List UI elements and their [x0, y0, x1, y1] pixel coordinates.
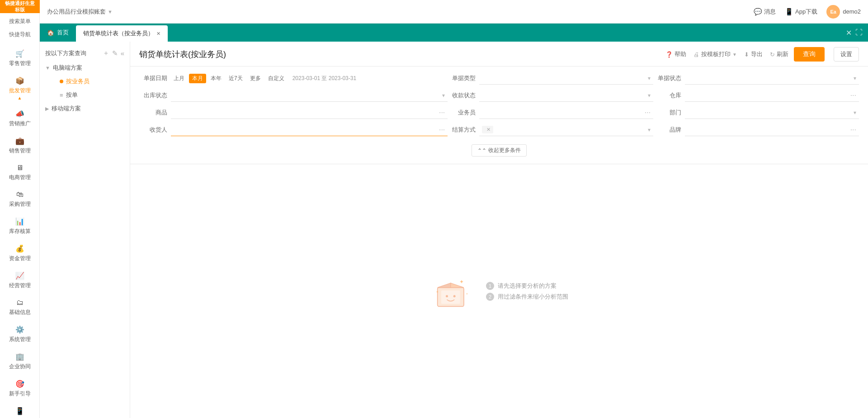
tree-item-by-order-label: 按单 [66, 91, 78, 99]
collect-status-dropdown-icon[interactable]: ▾ [648, 92, 651, 99]
date-tab-custom[interactable]: 自定义 [265, 74, 287, 83]
step-1-number: 1 [486, 282, 494, 290]
empty-step-1: 1 请先选择要分析的方案 [486, 282, 568, 290]
department-dropdown-icon[interactable]: ▾ [854, 109, 856, 116]
warehouse-filter-group: 仓库 ··· [653, 89, 859, 102]
sidebar-item-app-center[interactable]: 📱 应用中心 [0, 402, 40, 418]
sidebar-item-enterprise[interactable]: 🏢 企业协同 [0, 348, 40, 375]
goods-dots-icon[interactable]: ··· [439, 109, 445, 117]
filter-row-1: 单据日期 上月 本月 本年 近7天 更多 自定义 2023-03-01 至 20… [139, 72, 859, 85]
warehouse-label: 仓库 [653, 91, 685, 100]
query-button[interactable]: 查询 [794, 47, 825, 62]
sidebar-item-wholesale[interactable]: 📦 批发管理 ▲ [0, 72, 40, 105]
doc-status-field[interactable]: ▾ [685, 72, 859, 85]
sidebar-item-sales[interactable]: 💼 销售管理 [0, 132, 40, 159]
collapse-panel-icon[interactable]: « [121, 49, 124, 57]
tree-expand-icon: ▼ [45, 65, 50, 71]
svg-point-6 [453, 295, 456, 297]
refresh-button[interactable]: ↻ 刷新 [770, 50, 788, 58]
settlement-field[interactable]: ✕ ▾ [479, 124, 653, 136]
receiver-input[interactable] [174, 126, 439, 133]
out-status-dropdown-icon[interactable]: ▾ [442, 92, 445, 99]
tree-group-pc[interactable]: ▼ 电脑端方案 [40, 61, 130, 75]
sidebar-search[interactable]: 搜索菜单 [9, 13, 31, 28]
tab-home[interactable]: 🏠 首页 [40, 24, 76, 42]
filter-row-4: 收货人 ··· 结算方式 ✕ [139, 124, 859, 136]
sidebar-item-retail[interactable]: 🛒 零售管理 [0, 45, 40, 72]
sidebar-item-ecommerce[interactable]: 🖥 电商管理 [0, 159, 40, 186]
collapse-button[interactable]: ⌃⌃ 收起更多条件 [472, 144, 527, 157]
date-tab-last-month[interactable]: 上月 [171, 74, 187, 83]
department-filter-group: 部门 ▾ [653, 106, 859, 119]
sidebar-item-marketing[interactable]: 📣 营销推广 [0, 105, 40, 132]
tree-collapse-icon: ▶ [45, 106, 49, 112]
goods-field[interactable]: ··· [171, 106, 448, 119]
inventory-icon: 📊 [15, 217, 24, 226]
tab-bar: 🏠 首页 销货单统计表（按业务员） ✕ ✕ ⛶ [40, 24, 868, 42]
tab-sales-stat[interactable]: 销货单统计表（按业务员） ✕ [76, 25, 168, 42]
content-area: 按以下方案查询 ＋ ✎ « ▼ 电脑端方案 按业务员 [40, 42, 868, 418]
window-maximize-icon[interactable]: ⛶ [855, 28, 863, 37]
sidebar-quick-nav[interactable]: 快捷导航 [9, 28, 31, 41]
order-scheme-icon: ≡ [60, 92, 63, 99]
date-tab-last-7[interactable]: 近7天 [226, 74, 245, 83]
tab-close-icon[interactable]: ✕ [156, 31, 160, 37]
sidebar-item-purchase[interactable]: 🛍 采购管理 [0, 186, 40, 213]
brand-field[interactable]: ··· [685, 124, 859, 136]
app-logo: 畅捷通好生意 标版 [0, 0, 40, 13]
window-close-icon[interactable]: ✕ [846, 28, 852, 37]
receiver-field[interactable]: ··· [171, 124, 448, 136]
window-controls: ✕ ⛶ [846, 28, 868, 37]
date-tab-this-month[interactable]: 本月 [189, 74, 206, 83]
salesperson-field[interactable]: ··· [479, 106, 653, 119]
settlement-tag-remove-icon[interactable]: ✕ [486, 127, 491, 133]
breadcrumb-chevron-icon: ▼ [108, 9, 113, 14]
sidebar-item-basic[interactable]: 🗂 基础信息 [0, 294, 40, 321]
tree-group-mobile[interactable]: ▶ 移动端方案 [40, 102, 130, 115]
warehouse-dots-icon[interactable]: ··· [850, 91, 856, 100]
help-button[interactable]: ❓ 帮助 [665, 50, 686, 58]
doc-type-dropdown-icon[interactable]: ▾ [648, 75, 651, 81]
svg-point-5 [446, 295, 448, 297]
new-guide-icon: 🎯 [15, 380, 24, 388]
user-profile-button[interactable]: Ea demo2 [826, 5, 861, 19]
settings-button[interactable]: 设置 [834, 47, 859, 62]
edit-scheme-icon[interactable]: ✎ [112, 49, 118, 57]
marketing-icon: 📣 [15, 109, 24, 118]
breadcrumb-dropdown[interactable]: 办公用品行业模拟账套 ▼ [47, 8, 113, 16]
department-label: 部门 [653, 109, 685, 117]
tree-item-by-order[interactable]: ≡ 按单 [51, 88, 130, 102]
print-button[interactable]: 🖨 按模板打印 ▼ [693, 50, 737, 58]
date-tab-this-year[interactable]: 本年 [208, 74, 224, 83]
doc-type-field[interactable]: ▾ [479, 72, 653, 85]
message-icon: 💬 [754, 8, 762, 16]
date-filter-group: 单据日期 上月 本月 本年 近7天 更多 自定义 2023-03-01 至 20… [139, 74, 448, 83]
out-status-field[interactable]: ▾ [171, 89, 448, 102]
collect-status-field[interactable]: ▾ [479, 89, 653, 102]
sidebar-item-new-guide[interactable]: 🎯 新手引导 [0, 375, 40, 402]
sidebar-item-inventory[interactable]: 📊 库存核算 [0, 213, 40, 240]
date-tab-more[interactable]: 更多 [247, 74, 264, 83]
header-breadcrumb-area: 办公用品行业模拟账套 ▼ [47, 8, 113, 16]
sidebar-item-finance[interactable]: 💰 资金管理 [0, 240, 40, 267]
salesperson-dots-icon[interactable]: ··· [645, 109, 651, 117]
print-chevron-icon: ▼ [732, 52, 737, 57]
warehouse-field[interactable]: ··· [685, 89, 859, 102]
app-download-button[interactable]: 📱 App下载 [785, 8, 817, 16]
doc-status-dropdown-icon[interactable]: ▾ [854, 75, 856, 81]
sidebar-item-operations[interactable]: 📈 经营管理 [0, 267, 40, 294]
sidebar-item-system[interactable]: ⚙️ 系统管理 [0, 321, 40, 348]
message-button[interactable]: 💬 消息 [754, 8, 776, 16]
doc-status-label: 单据状态 [653, 74, 685, 82]
settlement-dropdown-icon[interactable]: ▾ [648, 127, 651, 133]
help-icon: ❓ [665, 51, 673, 58]
export-button[interactable]: ⬇ 导出 [744, 50, 763, 58]
receiver-dots-icon[interactable]: ··· [439, 126, 445, 134]
page-header-right: ❓ 帮助 🖨 按模板打印 ▼ ⬇ 导出 ↻ [665, 47, 859, 62]
app-center-icon: 📱 [15, 407, 24, 415]
brand-dots-icon[interactable]: ··· [850, 126, 856, 134]
department-field[interactable]: ▾ [685, 106, 859, 119]
tree-item-salesperson[interactable]: 按业务员 [51, 75, 130, 88]
goods-label: 商品 [139, 109, 171, 117]
add-scheme-icon[interactable]: ＋ [103, 49, 109, 57]
